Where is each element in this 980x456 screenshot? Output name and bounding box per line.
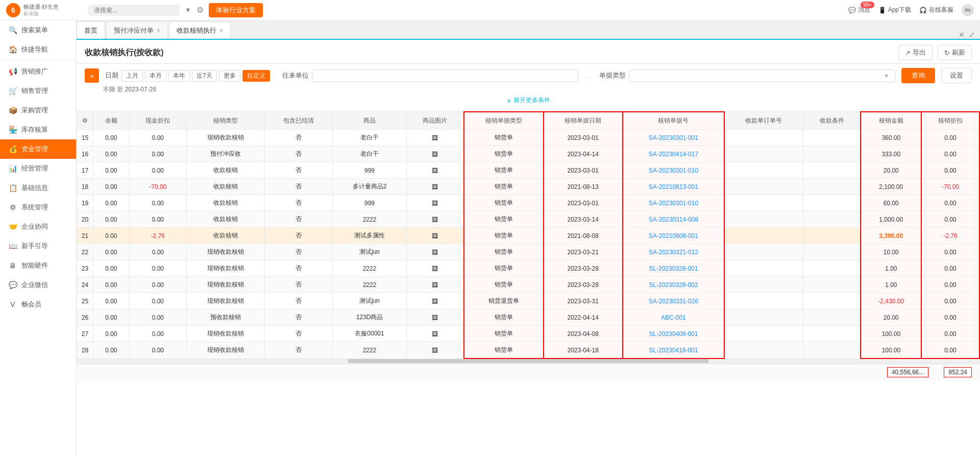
row-bill-no[interactable]: ABC-001 <box>623 309 724 326</box>
expand-more-btn[interactable]: ∨ 展开更多条件 <box>85 94 972 107</box>
th-bill-type: 核销单据类型 <box>464 112 543 130</box>
more-date-btn[interactable]: 更多 <box>219 70 240 82</box>
sidebar-item-operations[interactable]: 📊 经营管理 <box>0 159 76 178</box>
close-window-icon[interactable]: ✕ <box>959 31 965 39</box>
horizontal-scrollbar[interactable] <box>77 359 980 363</box>
last-month-btn[interactable]: 上月 <box>121 70 143 82</box>
row-bill-no[interactable]: SA-20230301-010 <box>623 162 724 179</box>
row-balance: 0.00 <box>93 260 130 277</box>
tab-close-cancel[interactable]: × <box>219 27 223 34</box>
sidebar-item-basic-info[interactable]: 📋 基础信息 <box>0 178 76 198</box>
query-btn[interactable]: 查询 <box>901 68 935 83</box>
row-bill-no[interactable]: SL-20230418-001 <box>623 342 724 359</box>
messages-btn[interactable]: 💬 消息 99+ <box>848 6 870 14</box>
bill-no-link[interactable]: SA-20230301-010 <box>649 167 698 174</box>
bill-no-link[interactable]: SA-20230301-010 <box>649 200 698 207</box>
sidebar-item-purchase[interactable]: 📦 采购管理 <box>0 101 76 120</box>
bill-no-link[interactable]: SA-20210808-001 <box>649 232 698 239</box>
tab-close-prepay[interactable]: × <box>157 27 160 34</box>
row-cancel-type: 现销收款核销 <box>186 277 265 293</box>
sidebar-item-search[interactable]: 🔍 搜索菜单 <box>0 20 76 40</box>
sidebar-item-finance[interactable]: 💰 资金管理 <box>0 139 76 159</box>
row-cancel-type: 现销收款核销 <box>186 260 265 277</box>
row-bill-no[interactable]: SA-20230414-017 <box>623 146 724 162</box>
row-bill-no[interactable]: SA-20210813-001 <box>623 179 724 195</box>
bill-no-link[interactable]: SA-20230331-026 <box>649 298 698 305</box>
export-btn[interactable]: ↗ 导出 <box>898 45 933 60</box>
row-bill-no[interactable]: SA-20230331-026 <box>623 293 724 309</box>
bill-no-link[interactable]: SA-20230414-017 <box>649 151 698 158</box>
sidebar-item-sales[interactable]: 🛒 销售管理 <box>0 81 76 101</box>
row-bill-no[interactable]: SA-20230314-008 <box>623 211 724 228</box>
row-balance: 0.00 <box>93 277 130 293</box>
bill-no-link[interactable]: SA-20230314-008 <box>649 216 698 223</box>
row-bill-no[interactable]: SA-20210808-001 <box>623 228 724 244</box>
gear-icon[interactable]: ⚙ <box>197 5 204 15</box>
expand-filter-btn[interactable]: » <box>85 68 99 83</box>
party-input-wrap[interactable] <box>312 69 578 82</box>
sidebar-item-inventory[interactable]: 🏪 库存核算 <box>0 120 76 139</box>
maximize-icon[interactable]: ⤢ <box>969 31 975 39</box>
th-gear[interactable]: ⚙ <box>77 112 93 130</box>
row-bill-type: 销货单 <box>464 260 543 277</box>
row-bill-no[interactable]: SA-20230301-001 <box>623 130 724 146</box>
sidebar-item-quick-nav[interactable]: 🏠 快捷导航 <box>0 40 76 59</box>
settings-btn[interactable]: 设置 <box>941 68 972 83</box>
bill-no-link[interactable]: SA-20230321-012 <box>649 249 698 256</box>
bill-no-link[interactable]: SL-20230408-001 <box>649 330 698 338</box>
bill-no-link[interactable]: SA-20230301-001 <box>649 134 698 141</box>
tab-prepay[interactable]: 预付冲应付单 × <box>106 21 168 39</box>
row-bill-no[interactable]: SL-20230328-001 <box>623 260 724 277</box>
sidebar-item-wechat[interactable]: 💬 企业微信 <box>0 275 76 295</box>
bill-no-link[interactable]: SL-20230418-001 <box>649 347 698 354</box>
total-amount-label: 40,556,66... <box>887 367 928 377</box>
row-bill-date: 2023-04-14 <box>544 146 623 162</box>
row-cash-discount: 0.00 <box>129 277 186 293</box>
th-product: 商品 <box>333 112 406 130</box>
sidebar-item-member[interactable]: V 畅会员 <box>0 295 76 314</box>
this-year-btn[interactable]: 本年 <box>168 70 190 82</box>
party-input[interactable] <box>317 72 573 80</box>
bill-no-link[interactable]: SA-20210813-001 <box>649 183 698 190</box>
row-cancel-discount: 0.00 <box>921 146 979 162</box>
row-bill-no[interactable]: SL-20230328-002 <box>623 277 724 293</box>
row-bill-no[interactable]: SA-20230301-010 <box>623 195 724 211</box>
row-bill-type: 销货单 <box>464 228 543 244</box>
row-product: 2222 <box>333 277 406 293</box>
row-bill-date: 2022-04-14 <box>544 309 623 326</box>
row-include-settled: 否 <box>265 179 333 195</box>
this-month-btn[interactable]: 本月 <box>145 70 166 82</box>
bill-no-link[interactable]: ABC-001 <box>661 314 686 321</box>
tab-cancel[interactable]: 收款核销执行 × <box>169 21 231 39</box>
top-right-actions: 💬 消息 99+ 📱 App下载 🎧 在线客服 Rit <box>848 4 974 16</box>
sidebar-item-hardware[interactable]: 🖥 智能硬件 <box>0 256 76 275</box>
search-icon: 🔍 <box>8 26 17 34</box>
dropdown-icon[interactable]: ▼ <box>185 6 191 14</box>
app-download-btn[interactable]: 📱 App下载 <box>878 6 911 14</box>
sidebar-item-guide[interactable]: 📖 新手引导 <box>0 236 76 256</box>
row-bill-date: 2023-03-01 <box>544 130 623 146</box>
bill-no-link[interactable]: SL-20230328-002 <box>649 281 698 289</box>
last-7days-btn[interactable]: 近7天 <box>192 70 217 82</box>
custom-date-btn[interactable]: 自定义 <box>242 70 270 82</box>
logo-icon: 6 <box>6 3 20 17</box>
row-bill-type: 销货单 <box>464 277 543 293</box>
sidebar-item-cooperation[interactable]: 🤝 企业协同 <box>0 217 76 236</box>
bill-no-link[interactable]: SL-20230328-001 <box>649 265 698 272</box>
row-receipt-cond <box>803 277 861 293</box>
bill-type-select[interactable]: ▼ <box>629 69 895 82</box>
user-menu[interactable]: Rit <box>962 4 974 16</box>
industry-btn[interactable]: 体验行业方案 <box>209 3 263 17</box>
sidebar-item-marketing[interactable]: 📢 营销推广 <box>0 62 76 81</box>
sidebar-item-system[interactable]: ⚙ 系统管理 <box>0 198 76 217</box>
refresh-btn[interactable]: ↻ 刷新 <box>938 45 972 60</box>
top-search-input[interactable] <box>88 5 180 16</box>
row-receipt-cond <box>803 342 861 359</box>
row-bill-no[interactable]: SA-20230321-012 <box>623 244 724 260</box>
home-icon: 🏠 <box>8 45 17 54</box>
row-balance: 0.00 <box>93 326 130 342</box>
row-bill-type: 销货单 <box>464 179 543 195</box>
online-service-btn[interactable]: 🎧 在线客服 <box>919 6 953 14</box>
row-bill-no[interactable]: SL-20230408-001 <box>623 326 724 342</box>
tab-home[interactable]: 首页 <box>77 21 105 39</box>
